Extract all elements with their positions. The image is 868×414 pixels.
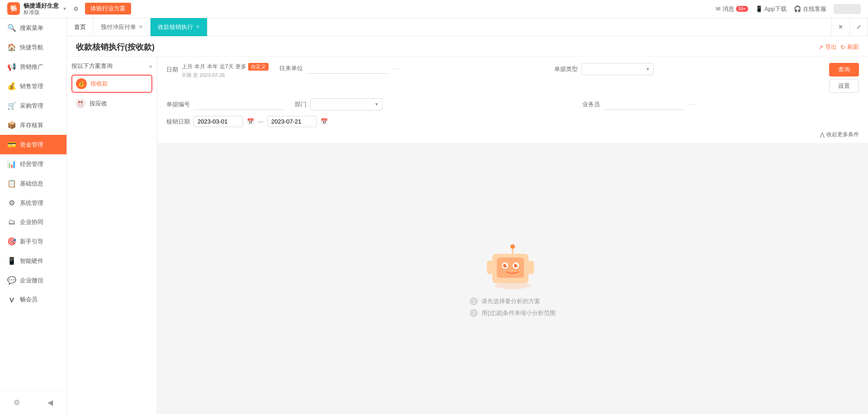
shortcut-more[interactable]: 更多 [236, 63, 246, 71]
app-download-item[interactable]: 📱 App下载 [755, 5, 787, 13]
shortcut-custom[interactable]: 自定义 [248, 63, 269, 71]
sidebar-label-basic: 基础信息 [20, 180, 43, 188]
home-icon: 🏠 [7, 43, 16, 52]
verifydate-separator: — [258, 118, 264, 125]
sidebar-settings-btn[interactable]: ⚙ [10, 395, 24, 410]
sidebar-label-marketing: 营销推广 [20, 63, 43, 71]
brand-dropdown-icon[interactable]: ▼ [62, 6, 67, 11]
topbar: 畅 畅捷通好生意 标准版 ▼ ⚙ 体验行业方案 ✉ 消息 99+ 📱 App下载… [0, 0, 868, 18]
verifydate-end-cal-icon[interactable]: 📅 [321, 118, 328, 125]
receipt-option-label: 按收款 [90, 80, 108, 88]
tab-bar: 首页 预付冲应付单 ✕ 收款核销执行 ✕ ✕ ⤢ [67, 18, 868, 36]
counterpart-input[interactable] [307, 63, 388, 74]
filter-form: 日期 上月 本月 本年 近7天 更多 自定义 不限 至 [157, 57, 868, 143]
verifydate-start-input[interactable] [193, 116, 243, 127]
date-label: 日期 [166, 63, 178, 74]
refresh-icon: ↻ [840, 44, 845, 51]
staff-dots[interactable]: ··· [689, 100, 697, 109]
empty-svg [483, 240, 542, 290]
purchase-icon: 🛒 [7, 101, 16, 110]
operations-icon: 📊 [7, 160, 16, 168]
app-label: App下载 [764, 5, 787, 13]
sidebar-item-enterprise[interactable]: 🗂 企业协同 [0, 213, 66, 232]
sidebar-item-wechat[interactable]: 💬 企业微信 [0, 271, 66, 290]
sidebar-item-inventory[interactable]: 📦 库存核算 [0, 115, 66, 135]
search-icon: 🔍 [7, 24, 16, 32]
topbar-right: ✉ 消息 99+ 📱 App下载 🎧 在线客服 [716, 4, 861, 14]
app-icon: 📱 [755, 5, 763, 12]
filter-option-box: 💰 按收款 [71, 75, 152, 93]
sidebar-item-system[interactable]: ⚙ 系统管理 [0, 193, 66, 213]
filter-vouchertype-cell: 单据类型 ▼ [554, 63, 818, 75]
filter-settings-button[interactable]: 设置 [829, 79, 859, 93]
sidebar-item-basic[interactable]: 📋 基础信息 [0, 174, 66, 193]
export-icon: ↗ [818, 44, 823, 51]
tab-close-btn[interactable]: ✕ [832, 18, 850, 36]
solution-button[interactable]: 体验行业方案 [85, 3, 131, 14]
query-button[interactable]: 查询 [829, 63, 859, 76]
settings-icon[interactable]: ⚙ [71, 3, 81, 14]
shortcut-this-month[interactable]: 本月 [194, 63, 205, 71]
sidebar-label-quicknav: 快捷导航 [20, 43, 43, 52]
vouchertype-select[interactable] [581, 63, 654, 75]
sidebar-item-hardware[interactable]: 📱 智能硬件 [0, 251, 66, 271]
sidebar-item-search[interactable]: 🔍 搜索菜单 [0, 18, 66, 38]
sidebar-item-purchase[interactable]: 🛒 采购管理 [0, 96, 66, 115]
sidebar-item-vip[interactable]: V 畅会员 [0, 290, 66, 309]
sidebar-item-marketing[interactable]: 📢 营销推广 [0, 57, 66, 76]
filter-staff-cell: 业务员 ··· [582, 99, 859, 110]
sidebar-item-operations[interactable]: 📊 经营管理 [0, 154, 66, 174]
system-icon: ⚙ [7, 199, 16, 207]
sidebar-label-sales: 销售管理 [20, 82, 43, 90]
sidebar-item-quicknav[interactable]: 🏠 快捷导航 [0, 38, 66, 57]
tab-controls: ✕ ⤢ [831, 18, 868, 36]
app-logo: 畅 [7, 2, 20, 15]
message-item[interactable]: ✉ 消息 99+ [716, 5, 748, 13]
voucherno-input[interactable] [193, 99, 284, 110]
tab-receive-close[interactable]: ✕ [196, 24, 200, 30]
filter-sidebar-title: 按以下方案查询 [71, 62, 113, 70]
refresh-button[interactable]: ↻ 刷新 [840, 43, 859, 51]
sidebar-label-enterprise: 企业协同 [20, 218, 43, 226]
user-avatar[interactable] [834, 4, 861, 14]
sidebar-label-purchase: 采购管理 [20, 102, 43, 110]
tab-home[interactable]: 首页 [67, 18, 94, 36]
sidebar-collapse-btn[interactable]: ◀ [44, 395, 57, 410]
verifydate-end-input[interactable] [267, 116, 317, 127]
tab-prepay[interactable]: 预付冲应付单 ✕ [94, 18, 151, 36]
staff-label: 业务员 [582, 100, 600, 109]
filter-collapse-row: ⋀ 收起更多条件 [166, 131, 859, 138]
counterpart-dots[interactable]: ··· [392, 64, 400, 73]
tab-expand-btn[interactable]: ⤢ [850, 18, 868, 36]
sidebar-item-guide[interactable]: 🎯 新手引导 [0, 232, 66, 251]
dept-label: 部门 [295, 100, 307, 109]
sidebar-label-hardware: 智能硬件 [20, 257, 43, 265]
verifydate-start-cal-icon[interactable]: 📅 [247, 118, 254, 125]
tab-receive[interactable]: 收款核销执行 ✕ [151, 18, 208, 36]
filter-sidebar: 按以下方案查询 « 💰 按收款 ⏰ 按应收 [67, 57, 157, 414]
sidebar-item-finance[interactable]: 💳 资金管理 [0, 135, 66, 154]
service-label: 在线客服 [803, 5, 826, 13]
online-service-item[interactable]: 🎧 在线客服 [794, 5, 826, 13]
service-icon: 🎧 [794, 5, 801, 12]
staff-input[interactable] [604, 99, 685, 110]
dept-select[interactable] [310, 98, 382, 110]
tab-prepay-close[interactable]: ✕ [139, 24, 143, 30]
filter-option-receipt[interactable]: 💰 按收款 [76, 78, 148, 89]
shortcut-7days[interactable]: 近7天 [220, 63, 234, 71]
shortcut-prev-month[interactable]: 上月 [182, 63, 193, 71]
collapse-btn[interactable]: ⋀ 收起更多条件 [820, 131, 859, 138]
filter-sidebar-collapse-icon[interactable]: « [149, 62, 152, 70]
sidebar-label-finance: 资金管理 [20, 141, 43, 149]
sidebar: 🔍 搜索菜单 🏠 快捷导航 📢 营销推广 💰 销售管理 🛒 采购管理 📦 库存核… [0, 18, 67, 414]
empty-state: 1 请先选择要分析的方案 2 用[过滤]条件来缩小分析范围 [157, 143, 868, 414]
export-button[interactable]: ↗ 导出 [818, 43, 837, 51]
filter-verifydate-cell: 核销日期 📅 — 📅 [166, 116, 328, 127]
filter-option-receivable[interactable]: ⏰ 按应收 [71, 95, 152, 112]
page-title: 收款核销执行(按收款) [76, 42, 155, 52]
filter-row-1: 日期 上月 本月 本年 近7天 更多 自定义 不限 至 [166, 63, 859, 93]
sidebar-label-inventory: 库存核算 [20, 121, 43, 129]
collapse-label: 收起更多条件 [826, 131, 859, 138]
sidebar-item-sales[interactable]: 💰 销售管理 [0, 76, 66, 96]
shortcut-this-year[interactable]: 本年 [207, 63, 218, 71]
